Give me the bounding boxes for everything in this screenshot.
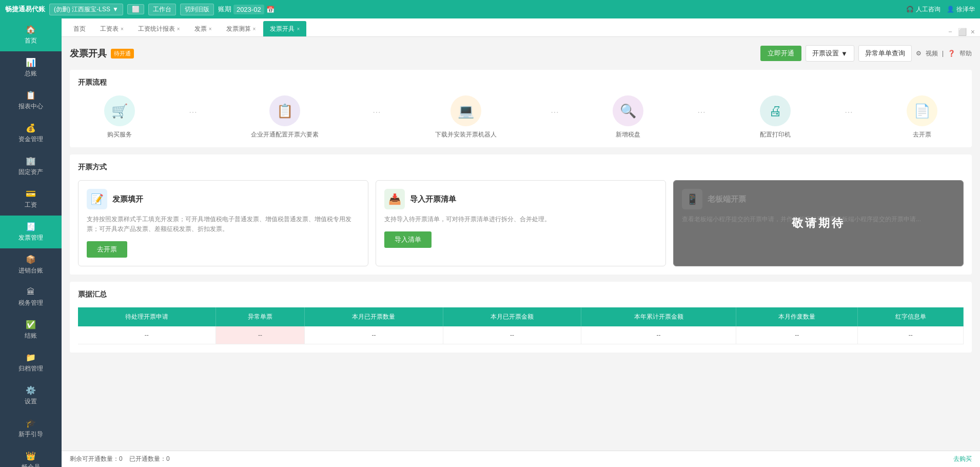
workstation-button[interactable]: 工作台 [148,4,176,15]
close-icon[interactable]: × [121,26,124,32]
step-buy-service[interactable]: 🛒 购买服务 [104,95,135,139]
minimize-button[interactable]: － [947,27,954,36]
exception-query-button[interactable]: 异常单单查询 [858,45,912,62]
arrow-icon: ⋯ [551,107,559,117]
step-issue[interactable]: 📄 去开票 [907,95,937,139]
step-label-printer: 配置打印机 [760,130,791,139]
headset-icon: 🎧 [906,6,914,13]
process-section-title: 开票流程 [78,78,964,87]
cell-pending: -- [78,326,215,344]
card-header-import: 📥 导入开票清单 [384,189,657,209]
top-bar-right: 🎧 人工咨询 👤 徐泽华 [906,5,975,14]
sidebar-item-closing[interactable]: ✅ 结账 [0,314,62,346]
cell-yearly-amt: -- [581,326,736,344]
tab-invoice[interactable]: 发票 × [188,21,219,36]
step-config[interactable]: 📋 企业开通配置开票六要素 [251,95,319,139]
card-title-import: 导入开票清单 [410,194,456,204]
col-exception: 异常单票 [215,307,304,326]
close-icon[interactable]: × [177,26,180,32]
sidebar-item-ledger[interactable]: 📊 总账 [0,51,62,84]
user-menu[interactable]: 👤 徐泽华 [947,5,975,14]
sidebar-item-label: 进销台账 [18,266,43,275]
close-icon[interactable]: × [209,26,212,32]
sidebar-item-guide[interactable]: 🎓 新手引导 [0,412,62,445]
reports-icon: 📋 [26,90,36,100]
page-actions: 立即开通 开票设置 ▼ 异常单单查询 ⚙ 视频 | ❓ 帮助 [760,45,972,62]
archive-icon: 📁 [26,353,36,362]
sidebar-item-label: 设置 [25,397,37,406]
window-close-button[interactable]: × [971,28,975,36]
immediate-open-button[interactable]: 立即开通 [760,46,801,61]
page-header: 发票开具 待开通 立即开通 开票设置 ▼ 异常单单查询 ⚙ 视频 | ❓ [70,45,972,62]
sidebar-item-label: 总账 [25,69,37,78]
sidebar-item-member[interactable]: 👑 畅会员 [0,445,62,467]
sidebar-item-home[interactable]: 🏠 首页 [0,18,62,51]
cell-monthly-qty: -- [305,326,443,344]
billing-card-fill: 📝 发票填开 支持按照发票样式手工填充开发票；可开具增值税电子普通发票、增值税普… [78,180,368,266]
page-title: 发票开具 [70,47,107,60]
tab-invoice-issue[interactable]: 发票开具 × [263,21,306,36]
import-list-button[interactable]: 导入清单 [384,231,432,248]
sidebar-item-settings[interactable]: ⚙️ 设置 [0,379,62,412]
col-monthly-amt: 本月已开票金额 [443,307,581,326]
billing-card-boss: 📱 老板端开票 查看老板端小程序提交的开票申请，并作出相应处理查看老板端小程序提… [673,180,964,266]
sidebar-item-invoice[interactable]: 🧾 发票管理 [0,216,62,248]
top-bar-left: 畅捷通易代账 (勿删) 江西服宝-LSS ▼ ⬜ 工作台 切到旧版 账期 202… [5,4,275,15]
arrow-icon: ⋯ [189,107,197,117]
coming-soon-overlay: 敬请期待 [674,181,963,266]
cell-void-qty: -- [736,326,858,344]
sidebar-item-purchase[interactable]: 📦 进销台账 [0,248,62,281]
video-icon: ⚙ [916,50,922,57]
sidebar-item-archive[interactable]: 📁 归档管理 [0,346,62,379]
tab-salary-report[interactable]: 工资统计报表 × [131,21,187,36]
tab-window-controls: － ⬜ × [947,27,975,36]
purchase-icon: 📦 [26,255,36,264]
sidebar-item-tax[interactable]: 🏛 税务管理 [0,281,62,314]
period-value[interactable]: 2023-02 [233,5,264,14]
sidebar-item-assets[interactable]: 🏢 固定资产 [0,150,62,183]
tab-invoice-calc[interactable]: 发票测算 × [220,21,263,36]
card-desc-fill: 支持按照发票样式手工填充开发票；可开具增值税电子普通发票、增值税普通发票、增值税… [87,215,360,234]
tab-salary-table[interactable]: 工资表 × [93,21,130,36]
step-icon-config: 📋 [269,95,300,126]
table-header-row: 待处理开票申请 异常单票 本月已开票数量 本月已开票金额 本年累计开票金额 本月… [78,307,964,326]
opened-label: 已开通数量：0 [129,455,170,462]
card-icon-import: 📥 [384,189,405,209]
user-avatar-icon: 👤 [947,6,954,13]
main-layout: 🏠 首页 📊 总账 📋 报表中心 💰 资金管理 🏢 固定资产 💳 工资 🧾 发票… [0,18,980,467]
step-icon-buy: 🛒 [104,95,135,126]
card-icon-fill: 📝 [87,189,107,209]
chevron-down-icon: ▼ [112,6,119,13]
close-icon[interactable]: × [253,26,256,32]
open-settings-button[interactable]: 开票设置 ▼ [806,45,854,62]
maximize-button[interactable]: ⬜ [958,28,967,36]
company-selector[interactable]: (勿删) 江西服宝-LSS ▼ [49,4,123,15]
switch-old-button[interactable]: 切到旧版 [180,4,214,15]
arrow-icon: ⋯ [373,107,381,117]
step-label-issue: 去开票 [913,130,931,139]
app-logo: 畅捷通易代账 [5,5,45,14]
go-issue-button[interactable]: 去开票 [87,241,127,258]
copy-button[interactable]: ⬜ [127,4,144,14]
period-selector[interactable]: 账期 2023-02 📅 [218,5,275,14]
process-steps: 🛒 购买服务 ⋯ 📋 企业开通配置开票六要素 ⋯ � [78,95,964,139]
help-icon: ❓ [948,50,955,57]
sidebar-item-label: 资金管理 [18,135,43,144]
step-download[interactable]: 💻 下载并安装开票机器人 [435,95,497,139]
step-icon-download: 💻 [450,95,481,126]
step-printer[interactable]: 🖨 配置打印机 [760,95,791,139]
col-yearly-amt: 本年累计开票金额 [581,307,736,326]
sidebar-item-salary[interactable]: 💳 工资 [0,183,62,216]
page-title-area: 发票开具 待开通 [70,47,134,60]
card-header-fill: 📝 发票填开 [87,189,360,209]
arrow-icon: ⋯ [697,107,705,117]
close-icon[interactable]: × [297,26,300,32]
funds-icon: 💰 [26,123,36,133]
buy-link[interactable]: 去购买 [953,455,972,463]
step-add-taxdisk[interactable]: 🔍 新增税盘 [613,95,643,139]
bottom-stats: 剩余可开通数量：0 已开通数量：0 [70,455,170,463]
sidebar-item-funds[interactable]: 💰 资金管理 [0,117,62,150]
sidebar-item-reports[interactable]: 📋 报表中心 [0,84,62,117]
support-button[interactable]: 🎧 人工咨询 [906,5,940,14]
tab-home[interactable]: 首页 [67,21,92,36]
